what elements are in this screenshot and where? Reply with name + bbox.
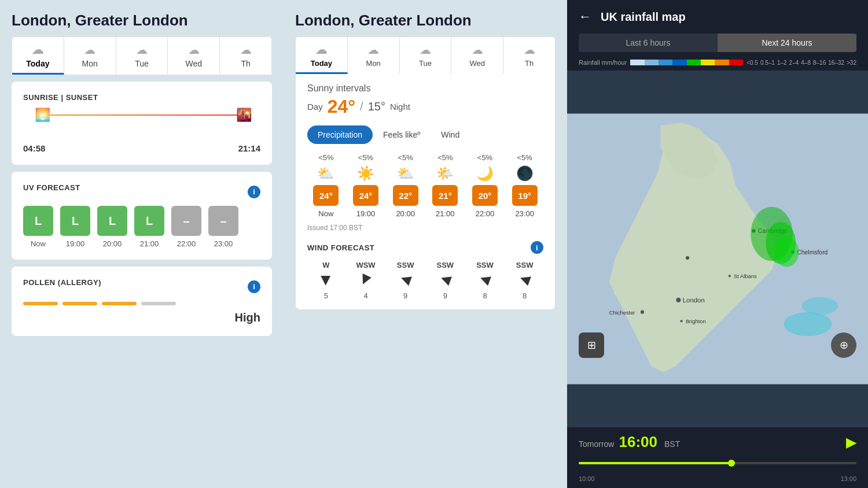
svg-text:Chichester: Chichester	[609, 310, 635, 316]
wind-grid: W ▶ 5 WSW ▶ 4 SSW ▶ 9 SSW ▶ 9 SSW ▶	[307, 261, 543, 300]
svg-point-10	[641, 310, 644, 314]
hour-now: Now	[318, 209, 333, 218]
middle-tab-mon[interactable]: ☁ Mon	[348, 37, 400, 74]
pollen-bars	[23, 302, 260, 305]
wind-dir-ssw4: SSW	[516, 261, 534, 269]
wind-arrow-ssw1: ▶	[398, 272, 413, 289]
sunrise-bar: 🌅 🌇	[23, 110, 260, 139]
timeline-top: Tomorrow 16:00 BST ▶	[579, 433, 856, 451]
sunrise-icon: 🌅	[35, 108, 50, 123]
timeline-track[interactable]	[579, 462, 856, 464]
pollen-bar-1	[23, 302, 58, 305]
legend-val-2: 0.5–1	[760, 60, 775, 66]
temp-row: Day 24° / 15° Night	[307, 96, 543, 117]
hour-21: 21:00	[436, 209, 455, 218]
uv-badge-19: L	[60, 206, 90, 236]
uv-item-now: L Now	[23, 206, 53, 248]
cloud-icon-th: ☁	[240, 43, 252, 57]
middle-tab-tue-label: Tue	[419, 59, 432, 68]
cloud-icon-today: ☁	[32, 43, 43, 57]
temp-night: 15°	[368, 100, 385, 113]
precip-19: <5%	[358, 153, 373, 162]
uv-card: UV FORECAST i L Now L 19:00 L 20:00 L 21…	[12, 172, 272, 260]
night-label: Night	[390, 102, 410, 112]
legend-seg-5	[687, 60, 701, 65]
legend-val-8: >32	[847, 60, 856, 66]
left-tab-th-label: Th	[241, 59, 250, 68]
map-tab-next24h[interactable]: Next 24 hours	[718, 34, 856, 52]
sunrise-time: 04:58	[23, 143, 45, 153]
svg-point-17	[784, 312, 832, 337]
left-tab-tue[interactable]: ☁ Tue	[116, 37, 168, 75]
uv-item-22: – 22:00	[171, 206, 201, 248]
sunset-time: 21:14	[238, 143, 260, 153]
left-tab-today[interactable]: ☁ Today	[12, 37, 64, 75]
cloud-icon-mon: ☁	[84, 43, 95, 57]
left-tab-mon[interactable]: ☁ Mon	[64, 37, 116, 75]
hourly-grid: <5% ⛅ 24° Now <5% ☀️ 24° 19:00 <5% ⛅ 22°…	[307, 153, 543, 218]
layers-icon: ⊞	[587, 339, 596, 352]
wind-section-title: WIND FORECAST	[307, 243, 374, 252]
legend-seg-8	[729, 60, 743, 65]
legend-seg-7	[715, 60, 729, 65]
middle-tab-wed-label: Wed	[470, 59, 486, 68]
pollen-title: POLLEN (ALLERGY)	[23, 278, 101, 287]
sunset-icon: 🌇	[236, 108, 252, 123]
precip-20: <5%	[398, 153, 413, 162]
wind-arrow-w: ▶	[318, 276, 333, 286]
pollen-info-icon[interactable]: i	[248, 280, 260, 293]
uv-title: UV FORECAST	[23, 183, 80, 192]
map-area[interactable]: London Cambridge Chelmsford St Albans Ch…	[567, 71, 868, 427]
issued-text: Issued 17:00 BST	[307, 224, 543, 232]
tab-wind[interactable]: Wind	[431, 125, 470, 144]
uv-time-23: 23:00	[214, 239, 233, 248]
pollen-card: POLLEN (ALLERGY) i High	[12, 267, 272, 336]
temp-badge-23: 19°	[512, 185, 538, 206]
sunrise-card: SUNRISE | SUNSET 🌅 🌇 04:58 21:14	[12, 82, 272, 165]
left-tab-wed[interactable]: ☁ Wed	[168, 37, 220, 75]
map-layers-button[interactable]: ⊞	[579, 332, 604, 358]
left-city-title: London, Greater London	[12, 12, 272, 29]
temp-badge-19: 24°	[353, 185, 378, 206]
uv-time-21: 21:00	[140, 239, 159, 248]
map-back-button[interactable]: ←	[579, 9, 591, 24]
middle-cloud-icon-wed: ☁	[472, 43, 483, 57]
middle-tab-today[interactable]: ☁ Today	[296, 37, 348, 74]
timeline-bar-row[interactable]	[579, 454, 856, 472]
uv-info-icon[interactable]: i	[248, 186, 260, 198]
uk-map-svg: London Cambridge Chelmsford St Albans Ch…	[567, 71, 868, 427]
map-tab-last6h[interactable]: Last 6 hours	[579, 34, 718, 52]
left-tab-th[interactable]: ☁ Th	[220, 37, 271, 75]
uv-item-23: – 23:00	[208, 206, 238, 248]
icon-21: 🌤️	[436, 165, 454, 182]
wind-speed-ssw1: 9	[403, 291, 407, 300]
icon-23: 🌑	[516, 165, 534, 182]
middle-tab-tue[interactable]: ☁ Tue	[400, 37, 452, 74]
wind-info-icon[interactable]: i	[531, 241, 543, 254]
wind-arrow-ssw4: ▶	[517, 272, 532, 289]
arc-line	[41, 114, 243, 116]
wind-dir-ssw1: SSW	[397, 261, 414, 269]
cloud-icon-wed: ☁	[188, 43, 200, 57]
middle-day-tabs: ☁ Today ☁ Mon ☁ Tue ☁ Wed ☁ Th	[295, 36, 556, 74]
timeline-play-button[interactable]: ▶	[846, 434, 856, 450]
left-panel: London, Greater London ☁ Today ☁ Mon ☁ T…	[0, 0, 284, 488]
right-panel: ← UK rainfall map Last 6 hours Next 24 h…	[567, 0, 868, 488]
wind-col-ssw1: SSW ▶ 9	[387, 261, 424, 300]
timeline-progress	[579, 462, 731, 464]
timeline-knob[interactable]	[728, 460, 735, 467]
middle-tab-mon-label: Mon	[366, 59, 381, 68]
tab-precipitation[interactable]: Precipitation	[307, 125, 373, 144]
uv-item-21: L 21:00	[134, 206, 164, 248]
tab-feels-like[interactable]: Feels likeº	[373, 125, 431, 144]
timeline-day-label: Tomorrow	[579, 439, 614, 449]
middle-city-title: London, Greater London	[295, 12, 556, 29]
middle-tab-th[interactable]: ☁ Th	[503, 37, 555, 74]
left-tab-mon-label: Mon	[82, 59, 98, 68]
map-locate-button[interactable]: ⊕	[831, 332, 856, 358]
legend-val-1: <0.5	[746, 60, 758, 66]
middle-tab-wed[interactable]: ☁ Wed	[451, 37, 503, 74]
wind-section-header: WIND FORECAST i	[307, 241, 543, 254]
timeline-times: 10:00 13:00	[579, 475, 856, 482]
wind-arrow-ssw3: ▶	[478, 272, 492, 289]
